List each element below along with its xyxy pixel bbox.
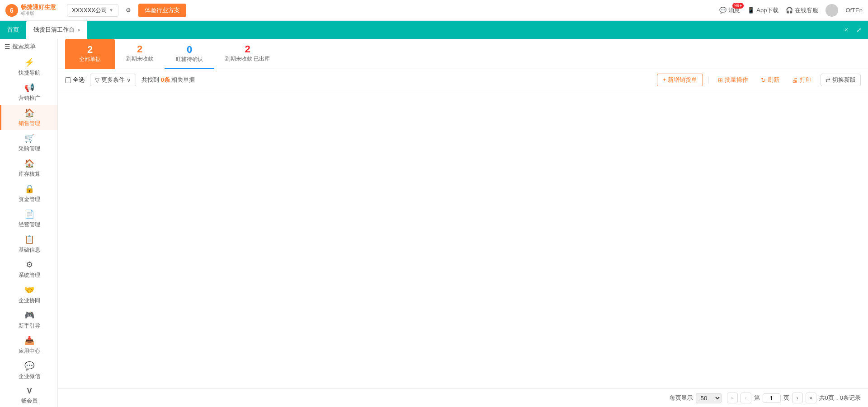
found-prefix: 共找到 xyxy=(142,76,159,83)
wechat-icon: 💬 xyxy=(24,361,34,371)
nav-actions: × ⤢ xyxy=(841,24,868,35)
next-page-button[interactable]: › xyxy=(792,393,803,403)
select-all-checkbox[interactable]: 全选 xyxy=(65,76,85,84)
company-selector[interactable]: XXXXXX公司 ▼ xyxy=(67,4,118,17)
marketing-icon: 📢 xyxy=(24,83,34,93)
sidebar-item-newbie[interactable]: 🎮 新手引导 xyxy=(0,307,57,332)
stat-num-overdue: 2 xyxy=(137,43,142,55)
stat-label-all: 全部单据 xyxy=(79,56,101,63)
app-download-label: App下载 xyxy=(756,6,778,14)
tab-home[interactable]: 首页 xyxy=(0,21,26,39)
sidebar-item-member[interactable]: V 畅会员 xyxy=(0,383,57,407)
prev-page-button[interactable]: ‹ xyxy=(741,393,751,403)
active-tab-label: 钱货日清工作台 xyxy=(33,26,75,34)
filter-chevron-icon: ∨ xyxy=(127,77,131,84)
member-icon: V xyxy=(27,387,32,395)
sidebar-item-enterprise[interactable]: 🤝 企业协同 xyxy=(0,282,57,307)
purchase-icon: 🛒 xyxy=(24,133,34,143)
filter-button[interactable]: ▽ 更多条件 ∨ xyxy=(90,74,136,86)
select-all-input[interactable] xyxy=(65,77,71,83)
username-label: OfTEn xyxy=(845,7,863,14)
first-page-button[interactable]: « xyxy=(727,393,738,403)
sidebar-item-quick-nav[interactable]: ⚡ 快捷导航 xyxy=(0,54,57,80)
content-area: 2 全部单据 2 到期未收款 0 旺辅待确认 2 到期未收款 已出库 全选 xyxy=(58,39,868,407)
trial-button[interactable]: 体验行业方案 xyxy=(138,4,186,17)
basic-info-icon: 📋 xyxy=(24,234,34,244)
page-size-selector: 每页显示 50 100 200 xyxy=(670,393,722,403)
filter-label: 更多条件 xyxy=(101,76,125,84)
stat-label-overdue-unshipped: 到期未收款 已出库 xyxy=(225,55,270,63)
sidebar-item-sales[interactable]: 🏠 销售管理 xyxy=(0,105,57,130)
page-number-input[interactable] xyxy=(763,393,781,403)
page-size-label: 每页显示 xyxy=(670,394,693,402)
sidebar-item-operations[interactable]: 📄 经营管理 xyxy=(0,206,57,231)
wechat-label: 企业微信 xyxy=(19,373,40,380)
system-icon: ⚙ xyxy=(26,260,33,270)
sidebar-item-finance[interactable]: 🔒 资金管理 xyxy=(0,181,57,206)
batch-icon: ⊞ xyxy=(718,77,723,84)
app-center-icon: 📥 xyxy=(24,336,34,346)
phone-icon: 📱 xyxy=(747,7,755,14)
marketing-label: 营销推广 xyxy=(19,94,40,102)
sidebar-item-basic-info[interactable]: 📋 基础信息 xyxy=(0,231,57,257)
found-suffix: 相关单据 xyxy=(171,76,195,83)
nav-tabs: 首页 钱货日清工作台 × × ⤢ xyxy=(0,21,868,39)
sidebar-item-purchase[interactable]: 🛒 采购管理 xyxy=(0,130,57,155)
toolbar-left: 全选 ▽ 更多条件 ∨ 共找到 0条 相关单据 xyxy=(65,74,651,86)
last-page-button[interactable]: » xyxy=(806,393,816,403)
stat-tab-all[interactable]: 2 全部单据 xyxy=(65,39,115,69)
newbie-label: 新手引导 xyxy=(19,322,40,330)
system-label: 系统管理 xyxy=(19,271,40,279)
found-num: 0条 xyxy=(161,76,170,83)
close-window-button[interactable]: × xyxy=(841,24,852,35)
toolbar: 全选 ▽ 更多条件 ∨ 共找到 0条 相关单据 + 新增销货单 ⊞ 批 xyxy=(58,69,868,91)
sidebar-item-wechat[interactable]: 💬 企业微信 xyxy=(0,358,57,383)
app-title: 畅捷通好生意 xyxy=(21,4,56,11)
refresh-button[interactable]: ↻ 刷新 xyxy=(757,74,783,86)
operations-icon: 📄 xyxy=(24,209,34,219)
switch-icon: ⇄ xyxy=(826,77,830,84)
message-button[interactable]: 💬 消息 99+ xyxy=(719,6,740,14)
sidebar-item-system[interactable]: ⚙ 系统管理 xyxy=(0,257,57,282)
stat-num-overdue-unshipped: 2 xyxy=(245,43,250,55)
stat-tab-overdue-unshipped[interactable]: 2 到期未收款 已出库 xyxy=(214,39,281,69)
close-tab-icon[interactable]: × xyxy=(77,27,80,33)
enterprise-label: 企业协同 xyxy=(19,297,40,304)
sidebar-item-marketing[interactable]: 📢 营销推广 xyxy=(0,80,57,105)
app-center-label: 应用中心 xyxy=(19,347,40,355)
sales-label: 销售管理 xyxy=(19,120,40,127)
sidebar-item-app-center[interactable]: 📥 应用中心 xyxy=(0,332,57,358)
chevron-down-icon: ▼ xyxy=(109,8,113,13)
refresh-label: 刷新 xyxy=(768,76,779,84)
search-menu-label: 搜索菜单 xyxy=(12,42,36,51)
sidebar-item-inventory[interactable]: 🏠 库存核算 xyxy=(0,155,57,181)
stats-tabs: 2 全部单据 2 到期未收款 0 旺辅待确认 2 到期未收款 已出库 xyxy=(58,39,868,69)
headset-icon: 🎧 xyxy=(786,7,793,14)
inventory-icon: 🏠 xyxy=(24,159,34,168)
gear-icon: ⚙ xyxy=(126,7,131,14)
app-download-button[interactable]: 📱 App下载 xyxy=(747,6,778,14)
stat-tab-wangpu[interactable]: 0 旺辅待确认 xyxy=(165,39,214,69)
expand-window-button[interactable]: ⤢ xyxy=(854,24,864,35)
empty-state xyxy=(58,91,868,388)
stat-num-all: 2 xyxy=(87,44,93,56)
avatar xyxy=(826,4,838,17)
logo-icon: 6 xyxy=(5,4,18,17)
page-size-select[interactable]: 50 100 200 xyxy=(696,393,722,403)
stat-tab-overdue[interactable]: 2 到期未收款 xyxy=(115,39,165,69)
add-sale-order-button[interactable]: + 新增销货单 xyxy=(657,74,703,86)
print-button[interactable]: 🖨 打印 xyxy=(788,74,815,86)
pagination: « ‹ 第 页 › » 共0页，0条记录 xyxy=(727,393,861,403)
switch-version-button[interactable]: ⇄ 切换新版 xyxy=(821,74,861,86)
top-header: 6 畅捷通好生意 标准版 XXXXXX公司 ▼ ⚙ 体验行业方案 💬 消息 99… xyxy=(0,0,868,21)
tab-active[interactable]: 钱货日清工作台 × xyxy=(26,21,87,39)
online-service-label: 在线客服 xyxy=(795,6,818,14)
basic-info-label: 基础信息 xyxy=(19,246,40,254)
online-service-button[interactable]: 🎧 在线客服 xyxy=(786,6,818,14)
sidebar-search[interactable]: ☰ 搜索菜单 xyxy=(0,39,57,54)
logo-area: 6 畅捷通好生意 标准版 xyxy=(5,4,63,17)
message-icon: 💬 xyxy=(719,7,726,14)
total-text: 共0页，0条记录 xyxy=(819,394,861,402)
batch-operation-button[interactable]: ⊞ 批量操作 xyxy=(714,74,752,86)
settings-button[interactable]: ⚙ xyxy=(122,4,135,17)
